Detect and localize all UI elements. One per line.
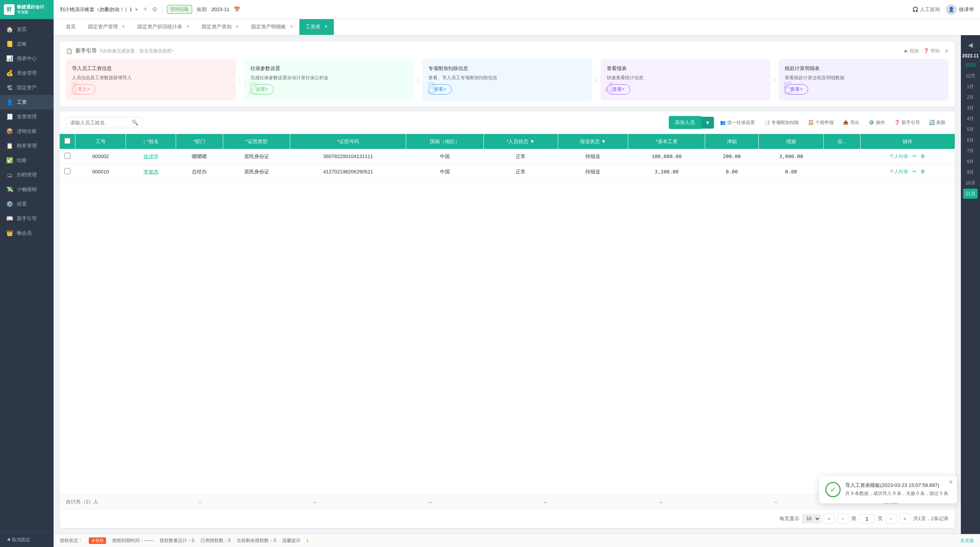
content-area: 📋 新手引导 5步快速完成设置，快去完善信息吧~ ▶ 视频 ❓ 帮助 (54, 35, 980, 534)
guide-steps: 导入员工工资信息 人员信息及工资数据新增导入 导入> 1 › 社保参数设置 完成… (66, 59, 949, 101)
search-box[interactable]: 🔍 (66, 117, 142, 128)
cell-status: 正常 (483, 164, 558, 180)
sidebar-item-ledger[interactable]: 📒总账 (0, 37, 54, 51)
guide-close-button[interactable]: ✕ (944, 48, 949, 54)
calendar-month-1[interactable]: 1月 (963, 82, 978, 91)
next-page-button[interactable]: › (886, 513, 897, 524)
sidebar-item-assets[interactable]: 🏗固定资产 (0, 80, 54, 95)
sidebar-item-reports[interactable]: 📊报表中心 (0, 51, 54, 66)
calendar-month-12[interactable]: 12月 (963, 71, 978, 81)
row-checkbox-cell[interactable] (60, 149, 75, 164)
col-name[interactable]: ↕ *姓名 (126, 134, 176, 149)
tab-payroll[interactable]: 工资表✕ (299, 19, 334, 35)
total-cell-4: -- (488, 499, 603, 505)
calendar-month-10[interactable]: 10月 (963, 178, 978, 188)
tab-depreciation[interactable]: 固定资产折旧统计表✕ (131, 19, 196, 35)
calendar-icon[interactable]: 📅 (234, 7, 240, 12)
search-input[interactable] (70, 120, 129, 126)
service-button[interactable]: 🎧 人工咨询 (912, 6, 940, 13)
sidebar-item-close[interactable]: ✅结账 (0, 153, 54, 168)
tab-close-payroll[interactable]: ✕ (324, 24, 328, 29)
help-button[interactable]: ❓ 帮助 (923, 48, 940, 54)
tab-close-detail[interactable]: ✕ (290, 24, 293, 29)
toolbar-action-social[interactable]: 👥统一社保设置 (717, 117, 758, 128)
op-social-button[interactable]: 个人社保 (890, 153, 908, 159)
toolbar-action-deduct[interactable]: 📑专项附加扣除 (761, 117, 802, 128)
user-name: 徐泽华 (959, 6, 974, 13)
add-account-icon[interactable]: + (143, 5, 147, 13)
sidebar-item-finance[interactable]: 💰资金管理 (0, 66, 54, 80)
toolbar-action-operate[interactable]: ⚙️操作 (866, 117, 888, 128)
sidebar-item-archive[interactable]: 🗂归档管理 (0, 168, 54, 182)
op-social-button[interactable]: 个人社保 (890, 169, 908, 174)
social-label: 统一社保设置 (727, 119, 755, 126)
add-employee-dropdown-button[interactable]: ▼ (701, 117, 714, 129)
unpin-button[interactable]: ◀ 取消固定 (0, 532, 54, 547)
video-button[interactable]: ▶ 视频 (905, 48, 919, 54)
toolbar-action-refresh[interactable]: 🔄刷新 (926, 117, 949, 128)
calendar-month-8[interactable]: 8月 (963, 157, 978, 167)
tab-close-depreciation[interactable]: ✕ (186, 24, 189, 29)
sidebar-item-invoice[interactable]: 🧾发票管理 (0, 109, 54, 124)
cell-allowance: 200.00 (705, 149, 759, 164)
account-selector[interactable]: 刘小艳演示账套（勿删勿动！）1 ▼ (60, 6, 139, 13)
tab-assets[interactable]: 固定资产管理✕ (82, 19, 131, 35)
cell-name[interactable]: 李俊杰 (126, 164, 176, 180)
op-edit-button[interactable]: ✏ (913, 169, 916, 174)
sidebar-item-guide[interactable]: 📖新手引导 (0, 211, 54, 226)
select-all-checkbox[interactable] (64, 138, 70, 144)
calendar-month-3[interactable]: 3月 (963, 103, 978, 113)
row-checkbox[interactable] (64, 168, 70, 174)
calendar-month-7[interactable]: 7月 (963, 146, 978, 156)
deduct-icon: 📑 (764, 120, 770, 125)
sidebar-item-payroll[interactable]: 👤工资 (0, 95, 54, 109)
sidebar-item-inventory[interactable]: 📦进销台账 (0, 124, 54, 139)
sidebar-item-member[interactable]: 👑畅会员 (0, 226, 54, 240)
version-toggle-button[interactable]: 切到旧版 (167, 5, 192, 14)
tab-detail[interactable]: 固定资产明细账✕ (245, 19, 299, 35)
col-report-status[interactable]: 报送状态 ▼ (558, 134, 628, 149)
calendar-month-5[interactable]: 5月 (963, 124, 978, 134)
calendar-month-6[interactable]: 6月 (963, 135, 978, 145)
cell-name[interactable]: 徐泽华 (126, 149, 176, 164)
step-arrow-1: › (236, 59, 244, 101)
settings-icon[interactable]: ⚙ (152, 6, 157, 13)
add-employee-button[interactable]: 添加人员 (669, 116, 701, 129)
op-delete-button[interactable]: 🗑 (921, 169, 925, 174)
first-page-button[interactable]: « (824, 513, 835, 524)
sidebar-item-tax[interactable]: 📋税务管理 (0, 139, 54, 153)
sidebar-item-settings[interactable]: ⚙️设置 (0, 197, 54, 211)
toolbar-action-export[interactable]: 📤导出 (840, 117, 862, 128)
prev-page-button[interactable]: ‹ (838, 513, 848, 524)
op-delete-button[interactable]: 🗑 (921, 153, 925, 159)
col-status[interactable]: *人员状态 ▼ (483, 134, 558, 149)
toolbar-action-guide[interactable]: ❓新手引导 (891, 117, 923, 128)
tab-home[interactable]: 首页 (60, 19, 82, 35)
archive-nav-icon: 🗂 (6, 172, 13, 178)
app-edition: 专业版 (17, 10, 44, 15)
calendar-month-11[interactable]: 11月 (963, 189, 978, 199)
op-edit-button[interactable]: ✏ (913, 153, 916, 159)
calendar-month-2[interactable]: 2月 (963, 92, 978, 102)
calendar-month-4[interactable]: 4月 (963, 114, 978, 124)
calendar-month-9[interactable]: 9月 (963, 167, 978, 177)
expand-panel-button[interactable]: ◀ (965, 38, 976, 52)
last-page-button[interactable]: » (900, 513, 910, 524)
row-checkbox[interactable] (64, 153, 70, 159)
warning-icon[interactable]: ℹ (307, 538, 309, 544)
user-info[interactable]: 👤 徐泽华 (946, 4, 974, 15)
notification-close-button[interactable]: ✕ (949, 479, 953, 485)
row-checkbox-cell[interactable] (60, 164, 75, 180)
sidebar-item-expense[interactable]: 💸小畅报销 (0, 182, 54, 197)
table-body: 000002 徐泽华 嗯嗯嗯 居民身份证 360782200104131111 … (60, 149, 955, 180)
tab-close-category[interactable]: ✕ (235, 24, 239, 29)
per-page-select[interactable]: 10 20 50 (802, 514, 821, 523)
sidebar-item-home[interactable]: 🏠首页 (0, 22, 54, 37)
tab-category[interactable]: 固定资产类别✕ (196, 19, 245, 35)
charge-link[interactable]: 去充值 (960, 537, 974, 544)
toolbar-action-tax[interactable]: 🧮个税申报 (805, 117, 837, 128)
page-number-input[interactable] (859, 514, 875, 523)
tab-close-assets[interactable]: ✕ (122, 24, 125, 29)
select-all-header[interactable] (60, 134, 75, 149)
operate-label: 操作 (876, 119, 885, 126)
